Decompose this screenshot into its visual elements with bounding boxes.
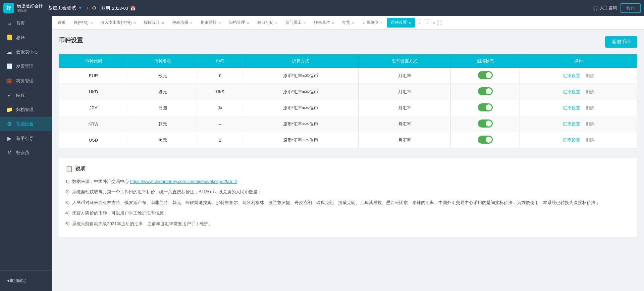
tab-template[interactable]: 模版设计 × bbox=[140, 18, 168, 28]
add-icon[interactable]: + bbox=[86, 5, 89, 11]
tab-period-close[interactable]: × bbox=[91, 21, 93, 25]
tab-income[interactable]: 收入支出表(年报) × bbox=[97, 18, 140, 28]
tab-next-btn[interactable]: › bbox=[424, 19, 430, 26]
tab-inventory[interactable]: 存货 × bbox=[338, 18, 358, 28]
tab-template-label: 模版设计 bbox=[144, 20, 160, 26]
page-title: 币种设置 bbox=[59, 36, 83, 44]
settings-icon[interactable]: ⚙ bbox=[92, 5, 96, 11]
cell-symbol-2: J¥ bbox=[197, 100, 243, 116]
tab-currency-label: 币种设置 bbox=[391, 20, 407, 26]
toggle-0[interactable] bbox=[478, 71, 493, 79]
sidebar-item-home[interactable]: ⌂ 首页 bbox=[0, 16, 52, 30]
sidebar: ⌂ 首页 📒 总账 ☁ 云报表中心 🧾 发票管理 💼 税务管理 ✓ 结账 bbox=[0, 16, 52, 291]
home-icon: ⌂ bbox=[6, 20, 13, 26]
sidebar-item-member[interactable]: V 畅会员 bbox=[0, 146, 52, 160]
rate-setting-link-4[interactable]: 汇率设置 bbox=[563, 138, 580, 143]
tab-tax-close[interactable]: × bbox=[190, 21, 192, 25]
new-currency-btn[interactable]: 新增币种 bbox=[605, 36, 637, 48]
sidebar-item-archive[interactable]: 📁 归档管理 bbox=[0, 102, 52, 117]
cell-rate-type-4: 月汇率 bbox=[358, 132, 451, 148]
delete-link-4[interactable]: 删除 bbox=[586, 138, 594, 143]
cell-status-4 bbox=[451, 132, 520, 148]
tab-unit-label: 计量单位 bbox=[362, 20, 378, 26]
ledger-icon: 📒 bbox=[6, 34, 13, 41]
th-code: 币种代码 bbox=[59, 55, 128, 68]
tab-home-label: 首页 bbox=[58, 20, 66, 26]
delete-link-2[interactable]: 删除 bbox=[586, 105, 594, 110]
cell-status-3 bbox=[451, 116, 520, 132]
tab-expand-btn[interactable]: ⛶ bbox=[437, 20, 442, 26]
cloud-icon: ☁ bbox=[6, 49, 13, 55]
tab-income-close[interactable]: × bbox=[133, 21, 136, 25]
cell-code-2: JPY bbox=[59, 100, 128, 116]
page-header-row: 币种设置 新增币种 bbox=[59, 36, 637, 51]
toggle-4[interactable] bbox=[478, 136, 493, 144]
tab-subject[interactable]: 科目期初 × bbox=[253, 18, 281, 28]
app-wrapper: 好 畅捷通好会计 旗舰版 基层工会测试 ▼ + ⚙ 账期 2023-03 📅 🎧… bbox=[0, 0, 644, 291]
sidebar-item-basic[interactable]: ⚙ 基础设置 bbox=[0, 117, 52, 131]
tab-inventory-close[interactable]: × bbox=[352, 21, 354, 25]
note-item-1: 1）数据来源：中国外汇交易中心 https://www.chinamoney.c… bbox=[65, 178, 631, 185]
cell-code-0: EUR bbox=[59, 68, 128, 84]
rate-setting-link-1[interactable]: 汇率设置 bbox=[563, 89, 580, 94]
tab-period[interactable]: 账(中期) × bbox=[70, 18, 97, 28]
unpin-label: ◄取消固定 bbox=[6, 278, 26, 284]
settle-icon: ✓ bbox=[6, 92, 13, 98]
tab-vendor[interactable]: 往来单位 × bbox=[310, 18, 338, 28]
tab-subject-close[interactable]: × bbox=[275, 21, 277, 25]
cell-symbol-0: € bbox=[197, 68, 243, 84]
tab-currency-close[interactable]: × bbox=[409, 21, 411, 25]
tab-archive-close[interactable]: × bbox=[247, 21, 249, 25]
rate-setting-link-0[interactable]: 汇率设置 bbox=[563, 73, 580, 78]
tab-dept[interactable]: 部门员工 × bbox=[281, 18, 310, 28]
table-row: EUR 欧元 € 原币*汇率=本位币 月汇率 汇率设置 删除 bbox=[59, 68, 637, 84]
sidebar-label-tax: 税务管理 bbox=[16, 78, 34, 84]
tab-unit-close[interactable]: × bbox=[380, 21, 382, 25]
cell-name-2: 日圆 bbox=[128, 100, 197, 116]
toggle-1[interactable] bbox=[478, 87, 493, 95]
note-link[interactable]: https://www.chinamoney.com.cn/chinese/bk… bbox=[130, 179, 237, 184]
period-info: 账期 2023-03 📅 bbox=[101, 5, 136, 11]
sidebar-item-invoice[interactable]: 🧾 发票管理 bbox=[0, 59, 52, 74]
tab-home[interactable]: 首页 bbox=[54, 18, 70, 28]
tab-period-end[interactable]: 期末结转 × bbox=[197, 18, 225, 28]
sidebar-item-reports[interactable]: ☁ 云报表中心 bbox=[0, 45, 52, 59]
tab-archive[interactable]: 归档管理 × bbox=[225, 18, 253, 28]
sidebar-item-settle[interactable]: ✓ 结账 bbox=[0, 88, 52, 102]
tab-vendor-close[interactable]: × bbox=[332, 21, 334, 25]
sidebar-item-guide[interactable]: ▶ 新手引导 bbox=[0, 131, 52, 146]
delete-link-1[interactable]: 删除 bbox=[586, 89, 594, 94]
tab-tax[interactable]: 税表清册 × bbox=[168, 18, 196, 28]
tab-period-end-close[interactable]: × bbox=[219, 21, 221, 25]
tab-unit[interactable]: 计量单位 × bbox=[358, 18, 386, 28]
rate-setting-link-3[interactable]: 汇率设置 bbox=[563, 122, 580, 127]
toggle-2[interactable] bbox=[478, 103, 493, 111]
cell-calc-1: 原币*汇率=本位币 bbox=[243, 84, 358, 100]
gear-icon: ⚙ bbox=[6, 121, 13, 127]
calendar-icon[interactable]: 📅 bbox=[130, 6, 136, 11]
headset-icon: 🎧 bbox=[593, 6, 598, 11]
delete-link-0[interactable]: 删除 bbox=[586, 73, 594, 78]
sidebar-label-settle: 结账 bbox=[16, 92, 25, 98]
th-status: 启用状态 bbox=[451, 55, 520, 68]
tab-prev-btn[interactable]: ‹ bbox=[416, 19, 422, 26]
table-wrapper: 币种代码 币种名称 币符 折算方式 汇率设置方式 启用状态 操作 EUR 欧元 bbox=[59, 54, 637, 148]
sidebar-item-tax[interactable]: 💼 税务管理 bbox=[0, 74, 52, 88]
tab-close-all-btn[interactable]: × bbox=[432, 20, 435, 26]
tab-archive-label: 归档管理 bbox=[229, 20, 245, 26]
delete-link-3[interactable]: 删除 bbox=[586, 122, 594, 127]
unpin-btn[interactable]: ◄取消固定 bbox=[0, 274, 52, 288]
customer-service-btn[interactable]: 🎧 人工咨询 bbox=[593, 5, 617, 11]
tab-bar: 首页 账(中期) × 收入支出表(年报) × 模版设计 × 税表清册 × bbox=[52, 16, 644, 30]
rate-setting-link-2[interactable]: 汇率设置 bbox=[563, 105, 580, 110]
sidebar-label-basic: 基础设置 bbox=[16, 121, 34, 127]
toggle-3[interactable] bbox=[478, 119, 493, 128]
account-button[interactable]: 会计 bbox=[621, 3, 641, 13]
tab-dept-close[interactable]: × bbox=[304, 21, 306, 25]
tab-currency[interactable]: 币种设置 × bbox=[387, 18, 415, 28]
tab-template-close[interactable]: × bbox=[162, 21, 164, 25]
tab-vendor-label: 往来单位 bbox=[314, 20, 330, 26]
sidebar-item-ledger[interactable]: 📒 总账 bbox=[0, 30, 52, 45]
table-row: HKD 港元 HK$ 原币*汇率=本位币 月汇率 汇率设置 删除 bbox=[59, 84, 637, 100]
company-selector[interactable]: 基层工会测试 ▼ bbox=[48, 5, 82, 11]
